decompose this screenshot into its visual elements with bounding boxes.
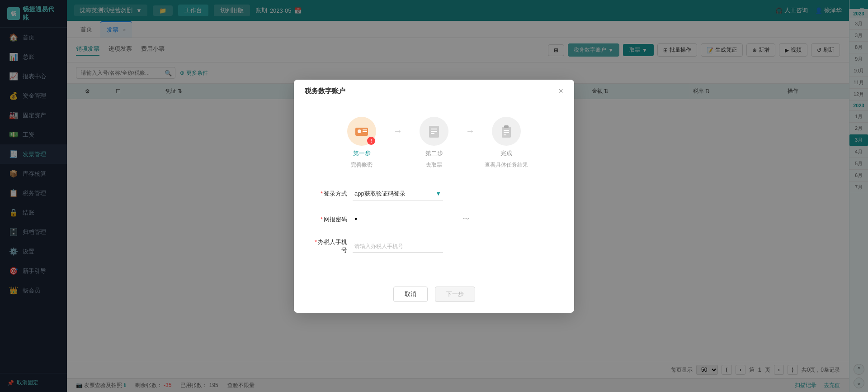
modal-overlay: 税务数字账户 × ! — [0, 0, 868, 392]
password-input[interactable] — [353, 212, 461, 227]
step-1-icon-wrap: ! — [347, 117, 376, 146]
step-1-label: 第一步 — [353, 149, 371, 158]
tax-digital-account-modal: 税务数字账户 × ! — [294, 80, 574, 313]
taxpayer-phone-label: 办税人手机号 — [312, 238, 353, 254]
svg-point-1 — [358, 129, 361, 133]
modal-footer: 取消 下一步 — [294, 279, 574, 313]
step-2-label: 第二步 — [425, 149, 443, 158]
next-btn[interactable]: 下一步 — [435, 287, 475, 302]
step-3-label: 完成 — [500, 149, 512, 158]
password-field: 网报密码 〰 — [312, 212, 556, 227]
taxpayer-phone-control — [353, 240, 556, 253]
step-3: 完成 查看具体任务结果 — [479, 117, 533, 169]
login-method-control: app获取验证码登录 ▼ — [353, 187, 556, 201]
password-toggle-btn[interactable]: 〰 — [461, 214, 471, 225]
badge-text: ! — [370, 138, 372, 143]
step-3-sublabel: 查看具体任务结果 — [485, 161, 528, 169]
password-label: 网报密码 — [312, 215, 353, 224]
step-2: 第二步 去取票 — [407, 117, 461, 169]
arrow-1: → — [389, 126, 407, 136]
password-input-wrap: 〰 — [353, 212, 443, 227]
password-control: 〰 — [353, 212, 556, 227]
taxpayer-phone-input[interactable] — [353, 240, 443, 253]
step-1-badge: ! — [367, 137, 375, 145]
svg-rect-9 — [504, 125, 509, 128]
clipboard-icon — [498, 123, 514, 139]
modal-title: 税务数字账户 — [305, 87, 345, 96]
modal-close-btn[interactable]: × — [558, 87, 563, 95]
login-method-select[interactable]: app获取验证码登录 ▼ — [353, 187, 443, 201]
login-method-label: 登录方式 — [312, 190, 353, 198]
eye-icon: 〰 — [463, 215, 469, 223]
step-2-sublabel: 去取票 — [426, 161, 442, 169]
cancel-btn[interactable]: 取消 — [393, 287, 428, 302]
step-1-sublabel: 完善账密 — [351, 161, 373, 169]
modal-header: 税务数字账户 × — [294, 80, 574, 103]
steps-container: ! 第一步 完善账密 → — [312, 117, 556, 169]
arrow-2: → — [461, 126, 479, 136]
login-method-value: app获取验证码登录 — [354, 190, 406, 198]
step-3-icon-wrap — [492, 117, 521, 146]
step-1: ! 第一步 完善账密 — [335, 117, 389, 169]
modal-body: ! 第一步 完善账密 → — [294, 103, 574, 279]
dropdown-icon: ▼ — [435, 190, 441, 197]
taxpayer-phone-field: 办税人手机号 — [312, 238, 556, 254]
login-method-field: 登录方式 app获取验证码登录 ▼ — [312, 187, 556, 201]
invoice-icon — [426, 123, 442, 139]
step-2-icon-wrap — [420, 117, 448, 146]
id-card-icon — [354, 123, 370, 139]
